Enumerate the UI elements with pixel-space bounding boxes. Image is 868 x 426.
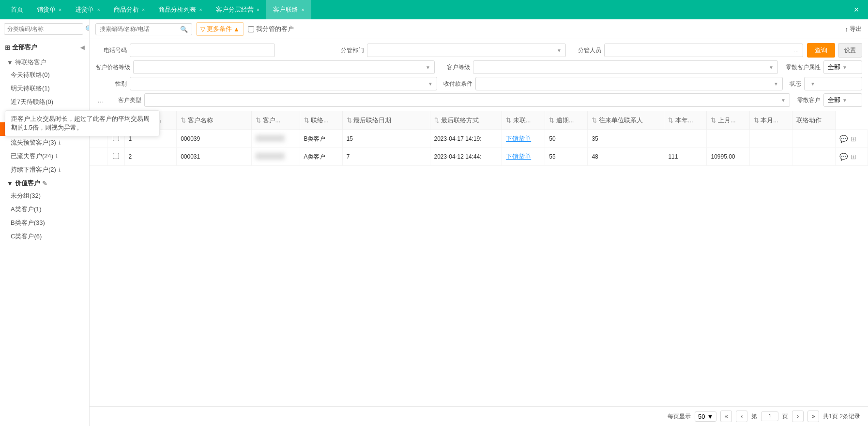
sort-icon-contact: ⇅ [304,117,309,124]
phone-input[interactable] [130,44,275,57]
edit-icon[interactable]: ✎ [42,180,47,187]
customer-level-select[interactable]: ▼ [473,60,778,74]
prev-page-button[interactable]: ‹ [736,411,747,422]
retail-customer-select[interactable]: 全部 ▼ [823,93,862,107]
export-icon: ↑ [845,26,849,33]
status-select[interactable]: ▼ [804,77,862,90]
nav-item-product-analysis[interactable]: 商品分析 × [107,0,152,19]
window-close-button[interactable]: × [849,2,864,17]
cell-last-month-2 [749,148,792,166]
cell-actions-2: 💬 ⊞ [835,148,868,166]
close-product-analysis-list-icon[interactable]: × [199,7,202,13]
sidebar-item-7days-pending[interactable]: 近7天待联络(0) [0,95,89,109]
chat-icon-1[interactable]: 💬 [839,135,848,143]
total-label: 共1页 2条记录 [823,412,860,421]
chat-icon-2[interactable]: 💬 [839,153,848,161]
sort-icon-year: ⇅ [668,117,673,124]
sidebar-item-today-pending[interactable]: 今天待联络(0) [0,68,89,82]
col-no-contact: ⇅ 未联... [502,111,545,130]
close-customer-contact-icon[interactable]: × [301,7,304,13]
close-purchase-icon[interactable]: × [97,7,100,13]
per-page-label: 每页显示 [668,412,691,421]
sort-icon-name: ⇅ [181,117,186,124]
collapse-icon[interactable]: ◀ [80,44,84,51]
nav-item-customer-contact[interactable]: 客户联络 × [266,0,311,19]
sidebar-item-ungrouped[interactable]: 未分组(32) [0,189,89,203]
export-button[interactable]: ↑ 导出 [845,25,863,33]
last-page-button[interactable]: » [807,411,819,422]
dept-select[interactable]: ▼ [367,44,566,57]
cell-num-2: 2 [124,148,177,166]
nav-item-sales[interactable]: 销货单 × [30,0,68,19]
cell-person-2: 111 [664,148,707,166]
first-page-button[interactable]: « [720,411,732,422]
page-size-select[interactable]: 50 ▼ [695,411,716,422]
table-row: 2 000031 A类客户 7 2023-04-12 14:44: 下销货单 5… [90,148,868,166]
gender-select[interactable]: ▼ [130,77,437,90]
link-icon-1[interactable]: ⊞ [851,135,856,143]
cell-name-2 [252,148,300,166]
cell-contact-count-1: 15 [342,130,430,148]
link-icon-2[interactable]: ⊞ [851,153,856,161]
filter-bar: 🔍 ▽ 更多条件 ▲ 我分管的客户 ↑ 导出 [90,19,868,39]
tooltip-text: 距客户上次交易时长，超过了此客户的平均交易周期的1.5倍，则视为异常。 [11,115,150,131]
sidebar-search-icon[interactable]: 🔍 [85,25,90,33]
filter-row-1: 电话号码 分管部门 ▼ 分管人员 … 查询 设置 [95,43,862,58]
gender-label: 性别 [95,80,127,88]
col-level: ⇅ 客户... [252,111,300,130]
last-method-link-2[interactable]: 下销货单 [506,153,531,160]
all-customers-title[interactable]: ⊞ 全部客户 ◀ [0,39,89,56]
more-conditions-button[interactable]: ▽ 更多条件 ▲ [196,22,244,36]
settings-button[interactable]: 设置 [838,43,862,58]
sidebar-search-input[interactable] [4,23,83,35]
nav-item-home[interactable]: 首页 [4,0,30,19]
customer-level-label: 客户等级 [439,63,470,72]
retail-attr-select[interactable]: 全部 ▼ [823,60,862,74]
gender-field: 性别 ▼ [95,77,437,90]
nav-item-product-analysis-list[interactable]: 商品分析列表 × [152,0,209,19]
customer-type-label: 客户类型 [110,96,141,104]
close-product-analysis-icon[interactable]: × [142,7,145,13]
last-method-link-1[interactable]: 下销货单 [506,135,531,142]
manager-select[interactable]: … [604,44,803,57]
row-checkbox-2[interactable] [113,153,119,159]
query-button[interactable]: 查询 [807,43,835,58]
triangle-icon-value: ▼ [7,180,13,187]
price-level-select[interactable]: ▼ [133,60,435,74]
close-sales-icon[interactable]: × [59,7,61,13]
pending-contact-group[interactable]: ▼ 待联络客户 [0,56,89,68]
retail-attr-field: 零散客户属性 全部 ▼ [782,60,862,74]
triangle-icon: ▼ [7,59,13,66]
my-customers-checkbox[interactable] [248,26,254,32]
col-last-contact-method: ⇅ 最后联络方式 [430,111,502,130]
search-icon[interactable]: 🔍 [180,26,188,33]
sidebar-item-lost-warning[interactable]: 流失预警客户(3) ℹ [0,136,89,149]
cell-level-1: B类客户 [300,130,342,148]
close-customer-segmentation-icon[interactable]: × [257,7,259,13]
sidebar-item-tomorrow-pending[interactable]: 明天待联络(1) [0,82,89,95]
nav-item-purchase[interactable]: 进货单 × [68,0,107,19]
cell-last-date-2: 2023-04-12 14:44: [430,148,502,166]
sidebar-item-lost[interactable]: 已流失客户(24) ℹ [0,149,89,163]
cell-overdue-1: 35 [588,130,664,148]
info-icon-lost: ℹ [56,153,58,159]
filter-row-4: … 客户类型 ▼ 零散客户 全部 ▼ [95,93,862,107]
sidebar-item-declining[interactable]: 持续下滑客户(2) ℹ [0,163,89,176]
nav-item-customer-segmentation[interactable]: 客户分层经营 × [209,0,266,19]
dept-field: 分管部门 ▼ [333,44,566,57]
sort-icon-last-month: ⇅ [711,117,716,124]
sidebar-item-a-class[interactable]: A类客户(1) [0,203,89,216]
search-input[interactable] [100,26,180,32]
retail-customer-label: 零散客户 [794,96,821,104]
value-customer-group[interactable]: ▼ 价值客户 ✎ [0,176,89,189]
col-contact-person: ⇅ 往来单位联系人 [588,111,664,130]
customer-type-select[interactable]: ▼ [144,93,790,107]
payment-select[interactable]: ▼ [475,77,783,90]
cell-year-2: 10995.00 [707,148,749,166]
sidebar-item-c-class[interactable]: C类客户(6) [0,230,89,243]
more-dots[interactable]: … [95,96,106,104]
sidebar-item-b-class[interactable]: B类客户(33) [0,216,89,230]
page-input[interactable] [761,411,778,421]
sidebar-body: ⊞ 全部客户 ◀ ▼ 待联络客户 今天待联络(0) 明天待联络(1) 近7天待联… [0,39,89,426]
next-page-button[interactable]: › [792,411,804,422]
